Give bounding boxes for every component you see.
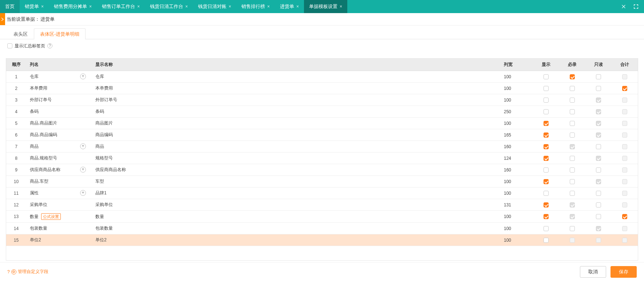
close-icon[interactable]: × xyxy=(41,4,44,9)
top-tab-2[interactable]: 销售费用分摊单× xyxy=(49,0,97,13)
sub-tab-0[interactable]: 表头区 xyxy=(7,28,34,39)
top-tab-0[interactable]: 首页 xyxy=(0,0,20,13)
top-tab-6[interactable]: 销售排行榜× xyxy=(236,0,275,13)
sub-tab-1[interactable]: 表体区-进货单明细 xyxy=(34,28,86,39)
options-row: 显示汇总标签页 ? xyxy=(0,39,644,52)
top-tab-label: 钱货日清工作台 xyxy=(150,3,183,10)
expand-sidebar-button[interactable] xyxy=(0,13,5,25)
breadcrumb: 当前设置单据： 进货单 xyxy=(0,13,644,25)
close-icon[interactable]: × xyxy=(89,4,92,9)
top-tab-label: 进货单 xyxy=(280,3,294,10)
fullscreen-button[interactable] xyxy=(631,1,641,12)
show-summary-tab-checkbox[interactable] xyxy=(7,43,12,48)
close-icon[interactable]: × xyxy=(185,4,188,9)
sub-tab-bar: 表头区表体区-进货单明细 xyxy=(0,25,644,39)
close-icon[interactable]: × xyxy=(267,4,270,9)
close-icon[interactable]: × xyxy=(137,4,140,9)
show-summary-tab-help-icon[interactable]: ? xyxy=(47,43,52,48)
close-icon[interactable]: × xyxy=(296,4,299,9)
top-tab-3[interactable]: 销售订单工作台× xyxy=(97,0,145,13)
top-tab-4[interactable]: 钱货日清工作台× xyxy=(145,0,193,13)
top-tab-1[interactable]: 销货单× xyxy=(20,0,49,13)
top-tab-label: 销售订单工作台 xyxy=(102,3,135,10)
top-tab-label: 钱货日清对账 xyxy=(198,3,226,10)
close-all-tabs-button[interactable] xyxy=(619,1,629,12)
top-tab-label: 销售费用分摊单 xyxy=(54,3,87,10)
breadcrumb-value: 进货单 xyxy=(40,16,55,23)
close-icon[interactable]: × xyxy=(340,4,342,9)
top-tab-label: 首页 xyxy=(5,3,15,10)
show-summary-tab-label: 显示汇总标签页 xyxy=(15,43,45,49)
top-tab-7[interactable]: 进货单× xyxy=(275,0,304,13)
top-tab-5[interactable]: 钱货日清对账× xyxy=(193,0,236,13)
close-icon[interactable]: × xyxy=(229,4,231,9)
breadcrumb-prefix: 当前设置单据： xyxy=(7,16,40,23)
top-tab-label: 销货单 xyxy=(25,3,39,10)
top-tab-label: 销售排行榜 xyxy=(241,3,265,10)
top-tab-label: 单据模板设置 xyxy=(309,3,337,10)
top-tab-8[interactable]: 单据模板设置× xyxy=(304,0,347,13)
top-tab-bar: 首页销货单×销售费用分摊单×销售订单工作台×钱货日清工作台×钱货日清对账×销售排… xyxy=(0,0,644,13)
